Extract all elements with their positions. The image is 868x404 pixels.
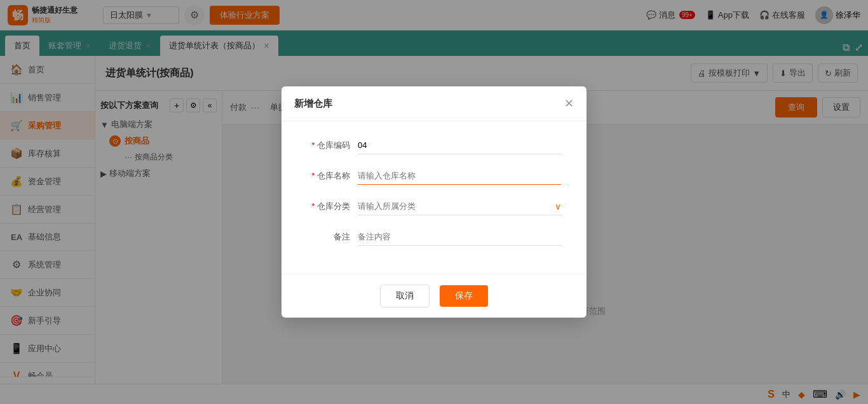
remark-label: 备注 [307, 231, 358, 243]
warehouse-code-input[interactable] [358, 137, 561, 154]
warehouse-name-input[interactable] [358, 167, 561, 185]
cancel-button[interactable]: 取消 [380, 285, 430, 307]
name-label: 仓库名称 [307, 170, 358, 182]
modal-body: 仓库编码 仓库名称 仓库分类 ∨ 备注 [281, 121, 587, 274]
form-row-name: 仓库名称 [307, 167, 561, 185]
remark-input[interactable] [358, 228, 561, 246]
save-button[interactable]: 保存 [440, 285, 488, 307]
add-warehouse-modal: 新增仓库 ✕ 仓库编码 仓库名称 仓库分类 ∨ [281, 86, 587, 318]
form-row-code: 仓库编码 [307, 137, 561, 154]
modal-close-button[interactable]: ✕ [564, 97, 574, 111]
category-select[interactable]: ∨ [358, 198, 561, 215]
category-select-arrow: ∨ [555, 201, 561, 212]
code-label: 仓库编码 [307, 140, 358, 151]
modal-footer: 取消 保存 [281, 274, 587, 318]
category-label: 仓库分类 [307, 201, 358, 212]
form-row-category: 仓库分类 ∨ [307, 198, 561, 215]
modal-header: 新增仓库 ✕ [281, 86, 587, 121]
modal-title: 新增仓库 [294, 98, 332, 110]
modal-overlay[interactable]: 新增仓库 ✕ 仓库编码 仓库名称 仓库分类 ∨ [0, 0, 868, 404]
category-input[interactable] [358, 198, 555, 215]
form-row-remark: 备注 [307, 228, 561, 246]
